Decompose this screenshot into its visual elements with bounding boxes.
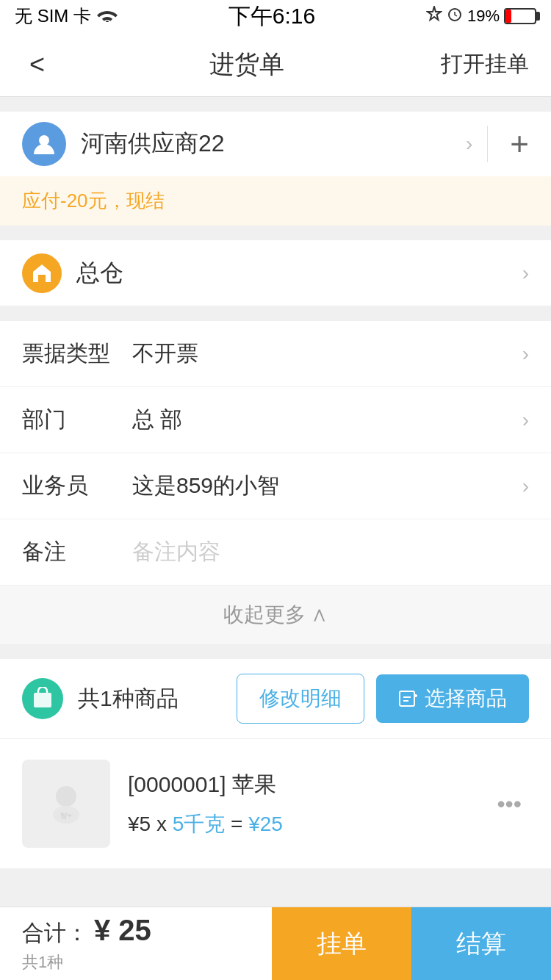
total-count: 共1种 xyxy=(22,951,250,973)
svg-rect-2 xyxy=(38,275,46,282)
salesperson-row[interactable]: 业务员 这是859的小智 › xyxy=(0,453,551,519)
svg-point-5 xyxy=(56,786,76,807)
invoice-type-row[interactable]: 票据类型 不开票 › xyxy=(0,321,551,387)
collapse-toggle[interactable]: 收起更多 ∧ xyxy=(0,586,551,644)
gap-3 xyxy=(0,306,551,321)
more-button[interactable]: ••• xyxy=(489,783,529,825)
remark-label: 备注 xyxy=(22,537,118,567)
form-card: 票据类型 不开票 › 部门 总 部 › 业务员 这是859的小智 › 备注 备注… xyxy=(0,321,551,586)
checkout-button[interactable]: 结算 xyxy=(411,907,551,981)
page-title: 进货单 xyxy=(209,48,284,82)
total-label: 合计： xyxy=(22,918,88,948)
supplier-notice: 应付-20元，现结 xyxy=(0,176,551,226)
battery-icon xyxy=(504,8,536,24)
gap-2 xyxy=(0,226,551,240)
bottom-bar: 合计： ¥ 25 共1种 挂单 结算 xyxy=(0,907,551,980)
total-main: 合计： ¥ 25 xyxy=(22,914,250,948)
salesperson-chevron: › xyxy=(522,475,529,498)
equals: = xyxy=(231,813,248,835)
salesperson-value: 这是859的小智 xyxy=(118,471,522,501)
supplier-row[interactable]: 河南供应商22 › + xyxy=(0,112,551,176)
salesperson-label: 业务员 xyxy=(22,471,118,501)
svg-rect-4 xyxy=(400,691,414,706)
product-header: 共1种商品 修改明细 选择商品 xyxy=(0,659,551,739)
product-info: [0000001] 苹果 ¥5 x 5千克 = ¥25 xyxy=(128,770,489,838)
warehouse-row[interactable]: 总仓 › xyxy=(0,240,551,306)
total-amount: ¥ 25 xyxy=(94,914,151,947)
product-price: ¥5 x 5千克 = ¥25 xyxy=(128,810,489,838)
warehouse-card: 总仓 › xyxy=(0,240,551,306)
battery-percent: 19% xyxy=(467,7,500,26)
open-hang-button[interactable]: 打开挂单 xyxy=(441,49,529,79)
status-left: 无 SIM 卡 xyxy=(15,4,118,28)
warehouse-icon xyxy=(22,253,62,293)
department-label: 部门 xyxy=(22,405,118,435)
status-time: 下午6:16 xyxy=(228,1,315,32)
svg-point-1 xyxy=(39,135,49,145)
add-supplier-button[interactable]: + xyxy=(510,126,529,162)
product-thumbnail: 智+ xyxy=(22,760,110,848)
unit-price: ¥5 x xyxy=(128,813,173,835)
wifi-icon xyxy=(97,6,118,26)
select-product-label: 选择商品 xyxy=(425,685,507,713)
edit-detail-button[interactable]: 修改明细 xyxy=(237,674,364,724)
remark-row[interactable]: 备注 备注内容 xyxy=(0,519,551,586)
department-chevron: › xyxy=(522,408,529,432)
product-id: [0000001] xyxy=(128,772,232,796)
product-icon xyxy=(22,678,63,719)
department-row[interactable]: 部门 总 部 › xyxy=(0,387,551,453)
warehouse-name: 总仓 xyxy=(76,257,522,289)
location-icon xyxy=(426,6,442,26)
supplier-name: 河南供应商22 xyxy=(81,128,466,160)
warehouse-chevron: › xyxy=(522,262,529,285)
product-name: [0000001] 苹果 xyxy=(128,770,489,800)
vertical-divider xyxy=(487,126,488,162)
supplier-avatar xyxy=(22,122,66,166)
status-right: 19% xyxy=(426,6,536,26)
invoice-type-chevron: › xyxy=(522,342,529,366)
invoice-type-label: 票据类型 xyxy=(22,339,118,369)
department-value: 总 部 xyxy=(118,405,522,435)
svg-text:智+: 智+ xyxy=(60,812,72,820)
total-section: 合计： ¥ 25 共1种 xyxy=(0,914,272,973)
total-price: ¥25 xyxy=(248,813,283,835)
back-button[interactable]: < xyxy=(22,42,52,87)
invoice-type-value: 不开票 xyxy=(118,339,522,369)
product-item: 智+ [0000001] 苹果 ¥5 x 5千克 = ¥25 ••• xyxy=(0,739,551,869)
supplier-chevron: › xyxy=(466,132,472,156)
svg-rect-3 xyxy=(34,693,51,707)
quantity: 5千克 xyxy=(173,813,226,835)
hang-order-button[interactable]: 挂单 xyxy=(272,907,411,981)
status-bar: 无 SIM 卡 下午6:16 19% xyxy=(0,0,551,32)
gap-1 xyxy=(0,97,551,112)
product-title: 苹果 xyxy=(232,772,276,796)
carrier-label: 无 SIM 卡 xyxy=(15,4,91,28)
alarm-icon xyxy=(447,6,463,26)
gap-4 xyxy=(0,644,551,659)
remark-value: 备注内容 xyxy=(118,537,529,567)
product-count: 共1种商品 xyxy=(78,684,237,714)
select-product-button[interactable]: 选择商品 xyxy=(376,674,529,723)
nav-bar: < 进货单 打开挂单 xyxy=(0,32,551,97)
supplier-card: 河南供应商22 › + 应付-20元，现结 xyxy=(0,112,551,226)
supplier-actions: › + xyxy=(466,126,529,162)
